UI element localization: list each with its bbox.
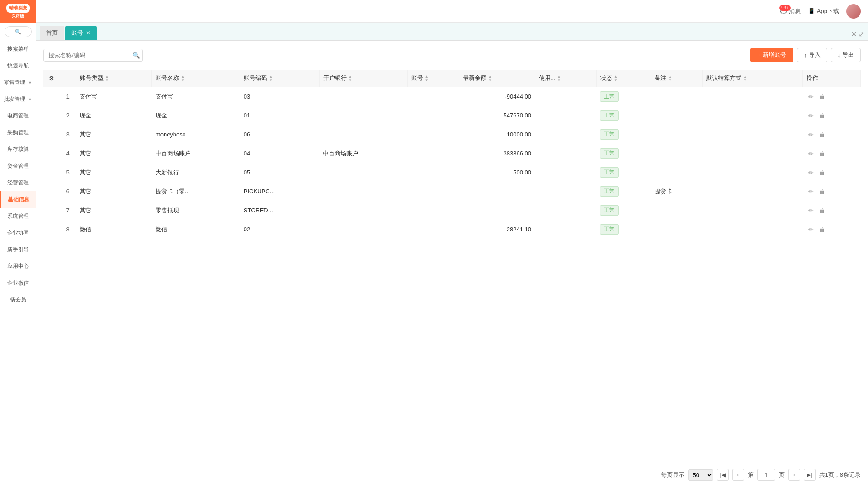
add-account-button[interactable]: + 新增账号 xyxy=(750,48,793,62)
sidebar-item-system[interactable]: 系统管理 xyxy=(0,208,36,225)
message-button[interactable]: 💬 99+ 消息 xyxy=(780,7,801,15)
search-box[interactable]: 🔍 xyxy=(43,49,143,62)
col-usage[interactable]: 使用...▲▼ xyxy=(535,70,596,87)
sidebar-item-inventory[interactable]: 库存核算 xyxy=(0,141,36,158)
last-page-button[interactable]: ▶| xyxy=(804,469,816,481)
sidebar-item-retail[interactable]: 零售管理 ▼ xyxy=(0,74,36,91)
sidebar-item-ecommerce[interactable]: 电商管理 xyxy=(0,108,36,124)
col-latest-balance[interactable]: 最新余额▲▼ xyxy=(459,70,535,87)
delete-button[interactable]: 🗑 xyxy=(817,225,827,234)
sidebar-item-guide[interactable]: 新手引导 xyxy=(0,241,36,258)
delete-button[interactable]: 🗑 xyxy=(817,206,827,215)
sidebar-item-quick-nav[interactable]: 快捷导航 xyxy=(0,57,36,74)
row-settings xyxy=(43,125,60,144)
prev-page-button[interactable]: ‹ xyxy=(732,469,744,481)
row-latest-balance xyxy=(459,201,535,220)
import-button[interactable]: ↑ 导入 xyxy=(797,48,827,62)
maximize-icon[interactable]: ⤢ xyxy=(859,30,864,38)
sidebar-item-enterprise-wechat[interactable]: 企业微信 xyxy=(0,275,36,291)
tab-account[interactable]: 账号 ✕ xyxy=(65,26,97,40)
row-default-settlement xyxy=(703,87,803,106)
col-status[interactable]: 状态▲▼ xyxy=(596,70,651,87)
sidebar-item-enterprise[interactable]: 企业协同 xyxy=(0,225,36,241)
chevron-down-icon: ▼ xyxy=(28,97,32,102)
row-actions: ✏ 🗑 xyxy=(803,87,861,106)
sidebar-item-purchase[interactable]: 采购管理 xyxy=(0,124,36,141)
edit-button[interactable]: ✏ xyxy=(807,111,816,120)
sidebar-item-finance[interactable]: 资金管理 xyxy=(0,158,36,174)
col-default-settlement[interactable]: 默认结算方式▲▼ xyxy=(703,70,803,87)
row-usage xyxy=(535,106,596,125)
row-actions: ✏ 🗑 xyxy=(803,220,861,239)
delete-button[interactable]: 🗑 xyxy=(817,130,827,139)
sidebar-item-wholesale[interactable]: 批发管理 ▼ xyxy=(0,91,36,108)
search-icon: 🔍 xyxy=(132,52,140,59)
row-no: 2 xyxy=(60,106,76,125)
delete-button[interactable]: 🗑 xyxy=(817,187,827,196)
row-account xyxy=(407,125,459,144)
row-usage xyxy=(535,182,596,201)
row-account-type: 其它 xyxy=(76,182,152,201)
edit-button[interactable]: ✏ xyxy=(807,92,816,101)
row-account-name: 提货卡（零... xyxy=(152,182,240,201)
row-actions: ✏ 🗑 xyxy=(803,106,861,125)
edit-button[interactable]: ✏ xyxy=(807,187,816,196)
edit-button[interactable]: ✏ xyxy=(807,225,816,234)
row-default-settlement xyxy=(703,144,803,163)
tab-home[interactable]: 首页 xyxy=(40,26,64,40)
row-no: 5 xyxy=(60,163,76,182)
delete-button[interactable]: 🗑 xyxy=(817,92,827,101)
status-badge: 正常 xyxy=(600,167,619,178)
edit-button[interactable]: ✏ xyxy=(807,206,816,215)
row-account-name: 大新银行 xyxy=(152,163,240,182)
row-account-name: 微信 xyxy=(152,220,240,239)
app-download-button[interactable]: 📱 App下载 xyxy=(808,7,839,15)
export-icon: ↓ xyxy=(838,52,841,59)
row-account-code: 04 xyxy=(240,144,320,163)
row-account-code: 03 xyxy=(240,87,320,106)
col-account-code[interactable]: 账号编码▲▼ xyxy=(240,70,320,87)
table-row: 1 支付宝 支付宝 03 -90444.00 正常 ✏ 🗑 xyxy=(43,87,861,106)
delete-button[interactable]: 🗑 xyxy=(817,111,827,120)
sidebar-item-basic-info[interactable]: 基础信息 xyxy=(0,191,36,208)
sidebar-item-search-menu[interactable]: 搜索菜单 xyxy=(0,41,36,57)
next-page-button[interactable]: › xyxy=(788,469,800,481)
row-opening-bank xyxy=(319,182,407,201)
gear-icon[interactable]: ⚙ xyxy=(49,75,54,82)
row-account xyxy=(407,144,459,163)
row-latest-balance: 28241.10 xyxy=(459,220,535,239)
sidebar-item-app-center[interactable]: 应用中心 xyxy=(0,258,36,275)
edit-button[interactable]: ✏ xyxy=(807,168,816,177)
col-account-name[interactable]: 账号名称▲▼ xyxy=(152,70,240,87)
edit-button[interactable]: ✏ xyxy=(807,130,816,139)
page-size-select[interactable]: 50 20 100 xyxy=(688,469,713,481)
col-account-type[interactable]: 账号类型▲▼ xyxy=(76,70,152,87)
page-number-input[interactable] xyxy=(757,469,775,481)
row-settings xyxy=(43,87,60,106)
col-account[interactable]: 账号▲▼ xyxy=(407,70,459,87)
row-latest-balance: 500.00 xyxy=(459,163,535,182)
table-row: 8 微信 微信 02 28241.10 正常 ✏ 🗑 xyxy=(43,220,861,239)
row-latest-balance xyxy=(459,182,535,201)
sidebar-item-operations[interactable]: 经营管理 xyxy=(0,174,36,191)
row-settings xyxy=(43,182,60,201)
close-window-icon[interactable]: ✕ xyxy=(851,30,857,38)
user-avatar[interactable] xyxy=(846,4,861,19)
row-account-code: PICKUPC... xyxy=(240,182,320,201)
delete-button[interactable]: 🗑 xyxy=(817,149,827,158)
tab-bar: 首页 账号 ✕ ✕ ⤢ xyxy=(36,23,868,41)
col-opening-bank[interactable]: 开户银行▲▼ xyxy=(319,70,407,87)
row-actions: ✏ 🗑 xyxy=(803,163,861,182)
first-page-button[interactable]: |◀ xyxy=(717,469,729,481)
status-badge: 正常 xyxy=(600,129,619,140)
export-button[interactable]: ↓ 导出 xyxy=(831,48,861,62)
col-remark[interactable]: 备注▲▼ xyxy=(651,70,703,87)
sidebar-item-member[interactable]: 畅会员 xyxy=(0,291,36,308)
delete-button[interactable]: 🗑 xyxy=(817,168,827,177)
search-input[interactable] xyxy=(44,49,129,61)
edit-button[interactable]: ✏ xyxy=(807,149,816,158)
tab-close-icon[interactable]: ✕ xyxy=(86,30,90,36)
sidebar-search-box[interactable]: 🔍 xyxy=(5,26,32,37)
search-button[interactable]: 🔍 xyxy=(129,49,143,61)
row-account-code: 05 xyxy=(240,163,320,182)
